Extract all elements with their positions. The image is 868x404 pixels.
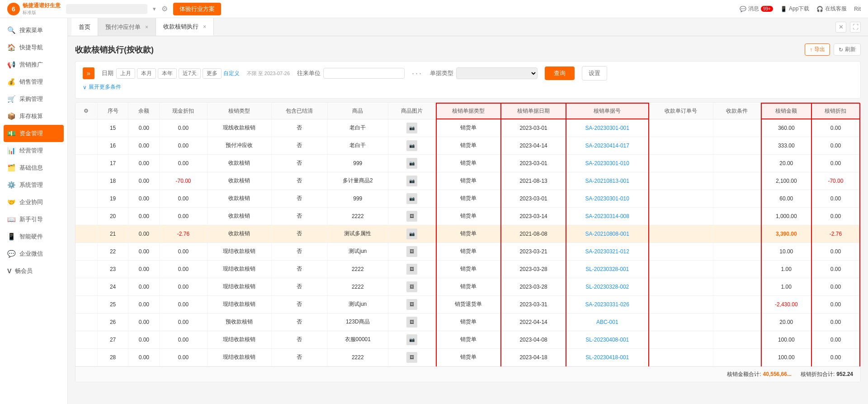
sidebar-item-sales[interactable]: 💰 销售管理 [0, 73, 67, 90]
th-receipt-order-no: 收款单订单号 [649, 103, 713, 119]
date-btn-thisyear[interactable]: 本年 [158, 68, 177, 79]
td-verify-bill-no[interactable]: SA-20230301-010 [566, 190, 649, 207]
td-verify-bill-no[interactable]: SA-20230301-010 [566, 154, 649, 172]
td-verify-bill-date: 2021-08-08 [501, 225, 566, 242]
refresh-button[interactable]: ↻ 刷新 [834, 43, 861, 56]
sidebar-item-operation[interactable]: 📊 经营管理 [0, 142, 67, 159]
tab-controls: ✕ ⛶ [835, 22, 864, 33]
td-no: 26 [97, 313, 128, 331]
td-receipt-order-no [649, 260, 713, 278]
sidebar-item-finance[interactable]: 💵 资金管理 [4, 125, 64, 142]
sidebar-item-marketing[interactable]: 📢 营销推广 [0, 56, 67, 73]
date-btn-more[interactable]: 更多 [203, 68, 222, 79]
td-verify-bill-no[interactable]: SA-20230301-001 [566, 119, 649, 137]
td-verify-bill-date: 2023-03-14 [501, 207, 566, 225]
close-window-button[interactable]: ✕ [835, 22, 846, 33]
td-cash-discount: 0.00 [160, 348, 207, 366]
tab-prepay-close[interactable]: × [145, 24, 148, 30]
query-button[interactable]: 查询 [545, 67, 575, 80]
td-verify-bill-no[interactable]: SA-20210813-001 [566, 172, 649, 190]
tab-home[interactable]: 首页 [71, 18, 98, 36]
sidebar-label-marketing: 营销推广 [19, 61, 43, 69]
export-button[interactable]: ↑ 导出 [805, 43, 830, 56]
sidebar-item-corp[interactable]: 🤝 企业协同 [0, 194, 67, 211]
th-settings[interactable]: ⚙ [75, 103, 97, 119]
td-included-settled: 否 [271, 119, 327, 137]
td-no: 25 [97, 295, 128, 313]
td-receipt-condition [713, 172, 761, 190]
td-settings [75, 119, 97, 137]
td-verify-amount: 360.00 [761, 119, 811, 137]
td-goods: 2222 [327, 278, 388, 295]
user-name: Rit [854, 6, 861, 12]
td-verify-bill-no[interactable]: SL-20230418-001 [566, 348, 649, 366]
sidebar-item-basic[interactable]: 🗂️ 基础信息 [0, 159, 67, 176]
service-tool[interactable]: 🎧 在线客服 [816, 5, 847, 13]
expand-window-button[interactable]: ⛶ [850, 22, 861, 33]
counterpart-input[interactable] [323, 68, 405, 79]
home-icon: 🏠 [7, 43, 16, 52]
voucher-type-select[interactable] [456, 67, 538, 79]
date-custom-link[interactable]: 自定义 [223, 70, 240, 77]
td-no: 21 [97, 225, 128, 242]
table-row: 27 0.00 0.00 现结收款核销 否 衣服00001 📷 销货单 2023… [75, 331, 860, 348]
td-verify-bill-no[interactable]: SA-20230331-026 [566, 295, 649, 313]
td-verify-bill-no[interactable]: SA-20230314-008 [566, 207, 649, 225]
setting-button[interactable]: 设置 [582, 66, 607, 81]
sidebar-item-inventory[interactable]: 📦 库存核算 [0, 108, 67, 125]
tab-receipt-close[interactable]: × [203, 24, 206, 30]
date-btn-lastmonth[interactable]: 上月 [116, 68, 135, 79]
th-receipt-condition: 收款条件 [713, 103, 761, 119]
user-info[interactable]: Rit [854, 6, 861, 12]
sidebar-label-purchase: 采购管理 [19, 95, 43, 103]
footer-total-discount: 核销折扣合计: 952.24 [801, 371, 853, 378]
sidebar-item-wechat[interactable]: 💬 企业微信 [0, 245, 67, 262]
td-verify-bill-no[interactable]: SA-20230321-012 [566, 242, 649, 260]
sidebar-label-search: 搜索菜单 [19, 26, 43, 34]
td-verify-discount: 0.00 [811, 154, 860, 172]
bill-no-link: SL-20230418-001 [585, 354, 629, 361]
td-goods: 2222 [327, 260, 388, 278]
td-balance: 0.00 [128, 278, 160, 295]
solution-button[interactable]: 体验行业方案 [173, 3, 221, 15]
gear-icon[interactable]: ⚙ [161, 5, 168, 13]
sidebar-item-hardware[interactable]: 📱 智能硬件 [0, 228, 67, 245]
td-verify-type: 预付冲应收 [207, 137, 271, 154]
td-verify-bill-type: 销货单 [436, 172, 501, 190]
sidebar-item-system[interactable]: ⚙️ 系统管理 [0, 176, 67, 194]
separator-dots: ··· [412, 69, 423, 78]
td-goods: 2222 [327, 207, 388, 225]
table-row: 18 0.00 -70.00 收款核销 否 多计量商品2 📷 销货单 2021-… [75, 172, 860, 190]
expand-more-button[interactable]: ∨ 展开更多条件 [83, 81, 853, 94]
td-goods-img: 🖼 [388, 207, 436, 225]
sidebar-item-shortcut[interactable]: 🏠 快捷导航 [0, 39, 67, 56]
td-verify-bill-no[interactable]: SA-20230414-017 [566, 137, 649, 154]
sidebar-label-sales: 销售管理 [19, 78, 43, 86]
td-no: 20 [97, 207, 128, 225]
td-verify-bill-no[interactable]: SL-20230328-002 [566, 278, 649, 295]
tab-prepay[interactable]: 预付冲应付单 × [98, 18, 156, 36]
th-cash-discount: 现金折扣 [160, 103, 207, 119]
date-btn-thismonth[interactable]: 本月 [137, 68, 156, 79]
td-included-settled: 否 [271, 207, 327, 225]
app-download-tool[interactable]: 📱 App下载 [780, 5, 809, 13]
date-btn-7days[interactable]: 近7天 [179, 68, 201, 79]
bill-no-link: SA-20230301-010 [585, 160, 629, 166]
td-verify-bill-no[interactable]: SA-20210808-001 [566, 225, 649, 242]
filter-toggle-button[interactable]: » [83, 67, 94, 79]
table-footer: 核销金额合计: 40,556,66... 核销折扣合计: 952.24 [75, 366, 860, 382]
bill-no-link: SA-20230331-026 [585, 301, 629, 308]
td-verify-bill-no[interactable]: SL-20230328-001 [566, 260, 649, 278]
tab-receipt[interactable]: 收款核销执行 × [156, 18, 214, 36]
table-row: 20 0.00 0.00 收款核销 否 2222 🖼 销货单 2023-03-1… [75, 207, 860, 225]
top-search-input[interactable] [66, 4, 147, 14]
td-verify-bill-no[interactable]: SL-20230408-001 [566, 331, 649, 348]
sidebar-item-purchase[interactable]: 🛒 采购管理 [0, 90, 67, 108]
sidebar-item-member[interactable]: V 畅会员 [0, 262, 67, 280]
td-verify-bill-date: 2023-04-18 [501, 348, 566, 366]
td-cash-discount: 0.00 [160, 119, 207, 137]
td-verify-bill-no[interactable]: ABC-001 [566, 313, 649, 331]
sidebar-item-search[interactable]: 🔍 搜索菜单 [0, 22, 67, 39]
sidebar-item-guide[interactable]: 📖 新手引导 [0, 211, 67, 228]
message-tool[interactable]: 💬 消息 99+ [740, 5, 773, 13]
